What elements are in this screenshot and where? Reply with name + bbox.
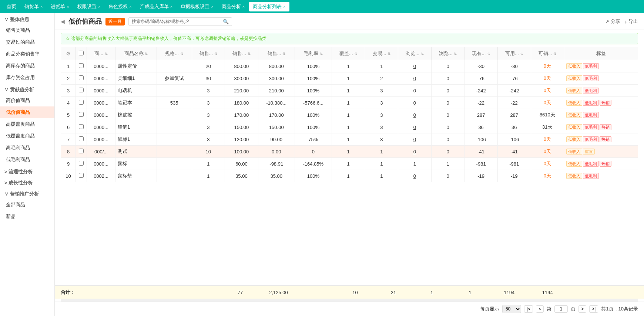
last-page-button[interactable]: >| xyxy=(589,305,598,313)
cell-name[interactable]: 橡皮擦 xyxy=(115,109,157,121)
cell-browse1[interactable]: 0 xyxy=(398,133,432,146)
col-checkbox[interactable] xyxy=(76,47,87,60)
row-checkbox[interactable] xyxy=(79,88,84,92)
cell-name[interactable]: 鼠标 xyxy=(115,158,157,170)
nav-template-settings[interactable]: 单据模板设置 × xyxy=(177,2,217,11)
sidebar-item-category-sales-rate[interactable]: 商品分类销售率 xyxy=(0,48,54,60)
table-container[interactable]: ⚙ 商... ⇅ 商品名称 ⇅ 规格... ⇅ 销售... ⇅ 销售... ⇅ … xyxy=(55,47,644,285)
prev-page-button[interactable]: < xyxy=(536,305,544,313)
nav-close-purchase-order[interactable]: × xyxy=(67,4,69,9)
sidebar-item-all-products[interactable]: 全部商品 xyxy=(0,199,54,211)
nav-close-product-analysis[interactable]: × xyxy=(242,4,245,9)
cell-code: 0002... xyxy=(87,170,115,182)
nav-home[interactable]: 首页 xyxy=(3,2,20,11)
sidebar-item-high-inventory[interactable]: 高库存的商品 xyxy=(0,60,54,72)
nav-close-product-analysis-list[interactable]: × xyxy=(283,4,285,9)
cell-checkbox[interactable] xyxy=(76,72,87,85)
nav-product-analysis-list[interactable]: 商品分析列表 × xyxy=(249,2,289,11)
nav-close-role-auth[interactable]: × xyxy=(129,4,131,9)
sidebar-group-circulation[interactable]: > 流通性分析 xyxy=(0,166,54,177)
sidebar-item-inventory-capital[interactable]: 库存资金占用 xyxy=(0,72,54,84)
row-checkbox[interactable] xyxy=(79,149,84,153)
cell-browse1[interactable]: 0 xyxy=(398,170,432,182)
footer-current: -1194 xyxy=(489,290,528,295)
sidebar: ∨ 整体信息 销售类商品 交易过的商品 商品分类销售率 高库存的商品 库存资金占… xyxy=(0,13,55,316)
col-settings[interactable]: ⚙ xyxy=(61,47,76,60)
cell-checkbox[interactable] xyxy=(76,109,87,121)
sidebar-item-high-coverage[interactable]: 高覆盖度商品 xyxy=(0,118,54,130)
sidebar-item-low-coverage[interactable]: 低覆盖度商品 xyxy=(0,130,54,142)
nav-product-inbound[interactable]: 产成品入库单 × xyxy=(136,2,176,11)
nav-purchase-order[interactable]: 进货单 × xyxy=(47,2,73,11)
cell-checkbox[interactable] xyxy=(76,170,87,182)
nav-product-analysis[interactable]: 商品分析 × xyxy=(218,2,248,11)
row-checkbox[interactable] xyxy=(79,124,84,129)
cell-checkbox[interactable] xyxy=(76,121,87,133)
sidebar-item-high-margin[interactable]: 高毛利商品 xyxy=(0,142,54,154)
cell-checkbox[interactable] xyxy=(76,158,87,170)
cell-name[interactable]: 测试 xyxy=(115,146,157,158)
footer-available: -1194 xyxy=(527,290,566,295)
nav-close-sales-order[interactable]: × xyxy=(40,4,43,9)
cell-browse1[interactable]: 0 xyxy=(398,97,432,109)
select-all-checkbox[interactable] xyxy=(79,51,84,55)
page-label: 第 xyxy=(547,306,551,312)
cell-browse1[interactable]: 0 xyxy=(398,60,432,72)
cell-browse1[interactable]: 0 xyxy=(398,109,432,121)
cell-browse1[interactable]: 0 xyxy=(398,85,432,97)
cell-browse1[interactable]: 0 xyxy=(398,72,432,85)
row-checkbox[interactable] xyxy=(79,136,84,141)
cell-name[interactable]: 属性定价 xyxy=(115,60,157,72)
export-button[interactable]: ↓ 导出 xyxy=(625,18,638,25)
sidebar-group-contribution[interactable]: ∨ 贡献值分析 xyxy=(0,84,54,95)
horizontal-scrollbar[interactable] xyxy=(61,299,638,302)
cell-name[interactable]: 吴细细1 xyxy=(115,72,157,85)
cell-browse1[interactable]: 1 xyxy=(398,158,432,170)
row-checkbox[interactable] xyxy=(79,112,84,117)
next-page-button[interactable]: > xyxy=(578,305,586,313)
cell-name[interactable]: 鼠标垫 xyxy=(115,170,157,182)
search-input[interactable] xyxy=(132,19,221,24)
row-checkbox[interactable] xyxy=(79,161,84,166)
cell-checkbox[interactable] xyxy=(76,60,87,72)
search-icon[interactable]: 🔍 xyxy=(223,19,229,24)
collapse-icon[interactable]: ◀ xyxy=(61,18,65,24)
cell-checkbox[interactable] xyxy=(76,85,87,97)
cell-checkbox[interactable] xyxy=(76,133,87,146)
nav-close-template[interactable]: × xyxy=(211,4,213,9)
share-button[interactable]: ↗ 分享 xyxy=(605,18,620,25)
nav-close-product-inbound[interactable]: × xyxy=(170,4,172,9)
cell-code: 0000... xyxy=(87,121,115,133)
cell-browse1[interactable]: 0 xyxy=(398,121,432,133)
cell-checkbox[interactable] xyxy=(76,146,87,158)
cell-name[interactable]: 鼠标1 xyxy=(115,133,157,146)
col-saleable: 可销... ⇅ xyxy=(531,47,564,60)
nav-permission-settings[interactable]: 权限设置 × xyxy=(74,2,104,11)
cell-browse1[interactable]: 0 xyxy=(398,146,432,158)
nav-role-auth[interactable]: 角色授权 × xyxy=(105,2,135,11)
cell-name[interactable]: 电话机 xyxy=(115,85,157,97)
row-checkbox[interactable] xyxy=(79,63,84,68)
sidebar-item-sales-products[interactable]: 销售类商品 xyxy=(0,24,54,36)
row-checkbox[interactable] xyxy=(79,173,84,178)
sidebar-group-marketing[interactable]: ∨ 营销推广分析 xyxy=(0,188,54,199)
row-checkbox[interactable] xyxy=(79,100,84,105)
sidebar-item-traded-products[interactable]: 交易过的商品 xyxy=(0,36,54,48)
cell-name[interactable]: 笔记本 xyxy=(115,97,157,109)
nav-close-permission[interactable]: × xyxy=(98,4,100,9)
sidebar-group-growth[interactable]: > 成长性分析 xyxy=(0,177,54,188)
page-size-select[interactable]: 50 100 200 xyxy=(502,305,521,313)
cell-checkbox[interactable] xyxy=(76,97,87,109)
cell-index: 4 xyxy=(61,97,76,109)
first-page-button[interactable]: |< xyxy=(524,305,533,313)
sidebar-item-low-value[interactable]: 低价值商品 xyxy=(0,106,54,118)
nav-sales-order[interactable]: 销货单 × xyxy=(21,2,46,11)
cell-name[interactable]: 铅笔1 xyxy=(115,121,157,133)
sidebar-group-overall[interactable]: ∨ 整体信息 xyxy=(0,13,54,24)
sidebar-item-low-margin[interactable]: 低毛利商品 xyxy=(0,154,54,166)
sidebar-item-high-value[interactable]: 高价值商品 xyxy=(0,95,54,106)
sidebar-item-new-products[interactable]: 新品 xyxy=(0,211,54,222)
page-input[interactable] xyxy=(554,305,568,313)
row-checkbox[interactable] xyxy=(79,75,84,80)
time-range-tag[interactable]: 近一月 xyxy=(105,18,125,26)
